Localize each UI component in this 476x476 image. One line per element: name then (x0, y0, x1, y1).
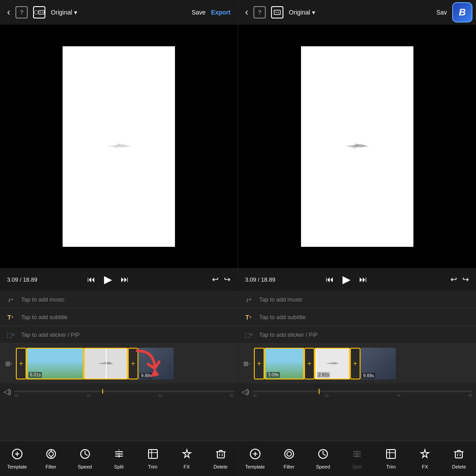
clip-grid-icon[interactable]: ⊞+ (2, 357, 16, 371)
svg-point-15 (287, 452, 291, 456)
tool-trim[interactable]: Trim (140, 448, 166, 469)
right-filter-icon (283, 448, 295, 462)
right-clip-add-mid1[interactable]: + (304, 348, 315, 379)
right-ratio-arrow: ▾ (312, 9, 315, 16)
volume-icon[interactable]: ◁) (4, 387, 11, 396)
clip-add-before[interactable]: + (16, 348, 26, 379)
right-music-track-label: Tap to add music (256, 296, 302, 303)
right-help-icon[interactable]: ? (253, 6, 266, 19)
right-split-icon (351, 448, 363, 462)
right-subtitle-track: T+ Tap to add subtitle (238, 309, 476, 326)
right-timeline: ♪+ Tap to add music T+ Tap to add subtit… (238, 291, 476, 441)
right-aspect-icon (271, 6, 283, 19)
split-label: Split (114, 464, 123, 469)
right-split-label: Split (352, 464, 361, 469)
right-back-button[interactable]: ‹ (245, 7, 248, 18)
right-tool-trim[interactable]: Trim (378, 448, 404, 469)
tool-speed[interactable]: Speed (72, 448, 98, 469)
right-playback-controls: ⏮ ▶ ⏭ (326, 273, 367, 286)
skip-fwd-button[interactable]: ⏭ (121, 275, 129, 284)
redo-button[interactable]: ↪ (224, 275, 231, 284)
left-bottom-toolbar: Template Filter Speed Split Trim (0, 441, 238, 476)
right-skip-back-button[interactable]: ⏮ (326, 275, 334, 284)
left-header: ‹ ? Original ▾ Save Export (0, 0, 238, 25)
right-clip-grid-icon[interactable]: ⊞+ (240, 357, 254, 371)
left-music-track: ♪+ Tap to add music (0, 291, 238, 309)
back-button[interactable]: ‹ (7, 7, 10, 18)
tool-template[interactable]: Template (4, 448, 30, 469)
right-clip-add-before[interactable]: + (254, 348, 264, 379)
right-delete-icon (453, 448, 465, 462)
sticker-track-label: Tap to add sticker / PiP (18, 331, 80, 338)
right-header-right: Sav B (436, 2, 472, 22)
ratio-label[interactable]: Original ▾ (51, 9, 77, 16)
subtitle-track-label: Tap to add subtitle (18, 314, 68, 320)
left-timeline: ♪+ Tap to add music T+ Tap to add subtit… (0, 291, 238, 441)
right-volume-timeline: 0s 2s 4s 6s (253, 390, 472, 392)
svg-rect-12 (274, 10, 280, 15)
svg-rect-19 (455, 452, 462, 458)
right-delete-label: Delete (452, 464, 466, 469)
save-button[interactable]: Save (192, 9, 206, 16)
right-redo-button[interactable]: ↪ (462, 275, 469, 284)
clip-2[interactable] (84, 348, 128, 379)
volume-timeline: 0s 2s 4s 6s (15, 390, 234, 392)
play-button[interactable]: ▶ (104, 273, 112, 286)
right-undo-button[interactable]: ↩ (450, 275, 457, 284)
right-play-button[interactable]: ▶ (342, 273, 350, 286)
right-save-button[interactable]: Sav (436, 9, 447, 16)
subtitle-add-icon[interactable]: T+ (4, 310, 18, 324)
right-tool-filter[interactable]: Filter (276, 448, 302, 469)
right-clip-1[interactable]: 3.09s (264, 348, 304, 379)
right-ratio-label[interactable]: Original ▾ (289, 9, 315, 16)
undo-button[interactable]: ↩ (212, 275, 219, 284)
ratio-arrow: ▾ (74, 9, 77, 16)
right-time-display: 3.09 / 18.89 (245, 276, 280, 283)
tool-delete[interactable]: Delete (208, 448, 234, 469)
svg-rect-0 (39, 11, 44, 15)
right-tool-split[interactable]: Split (344, 448, 370, 469)
right-music-add-icon[interactable]: ♪+ (242, 293, 256, 307)
music-track-label: Tap to add music (18, 296, 64, 303)
right-tool-delete[interactable]: Delete (446, 448, 472, 469)
right-tool-speed[interactable]: Speed (310, 448, 336, 469)
right-filter-label: Filter (283, 464, 294, 469)
tool-split[interactable]: Split (106, 448, 132, 469)
export-button[interactable]: Export (211, 9, 231, 16)
speed-label: Speed (78, 464, 92, 469)
right-sticker-add-icon[interactable]: ⬚+ (242, 328, 256, 342)
left-volume-row: ◁) 0s 2s 4s 6s (0, 383, 238, 399)
right-tool-fx[interactable]: FX (412, 448, 438, 469)
right-clip-1-duration: 3.09s (267, 372, 280, 378)
right-fx-label: FX (422, 464, 428, 469)
music-add-icon[interactable]: ♪+ (4, 293, 18, 307)
right-volume-icon[interactable]: ◁) (242, 387, 249, 396)
tool-filter[interactable]: Filter (38, 448, 64, 469)
sticker-add-icon[interactable]: ⬚+ (4, 328, 18, 342)
svg-rect-9 (217, 452, 224, 458)
right-clip-add-mid2[interactable]: + (350, 348, 361, 379)
right-header-left: ‹ ? Original ▾ (245, 6, 315, 19)
right-clip-2-highlighted[interactable]: 2.92s (315, 348, 350, 379)
left-header-left: ‹ ? Original ▾ (7, 6, 77, 19)
right-template-label: Template (245, 464, 265, 469)
right-subtitle-add-icon[interactable]: T+ (242, 310, 256, 324)
clip-1[interactable]: 6.01s (26, 348, 84, 379)
right-clip-3[interactable]: 9.88s (361, 348, 396, 379)
fx-icon (181, 448, 193, 462)
tool-fx[interactable]: FX (174, 448, 200, 469)
right-speed-label: Speed (316, 464, 330, 469)
playhead-line (106, 349, 107, 379)
right-undo-redo: ↩ ↪ (450, 275, 469, 284)
right-skip-fwd-button[interactable]: ⏭ (359, 275, 367, 284)
left-sticker-track: ⬚+ Tap to add sticker / PiP (0, 326, 238, 344)
left-header-right: Save Export (192, 9, 231, 16)
right-tool-template[interactable]: Template (242, 448, 268, 469)
skip-back-button[interactable]: ⏮ (87, 275, 95, 284)
right-speed-icon (317, 448, 329, 462)
svg-rect-18 (387, 450, 395, 458)
right-clips-row: ⊞+ + 3.09s + 2.92s + (238, 344, 476, 383)
help-icon[interactable]: ? (15, 6, 28, 19)
aspect-ratio-icon (33, 6, 45, 19)
split-icon (113, 448, 125, 462)
